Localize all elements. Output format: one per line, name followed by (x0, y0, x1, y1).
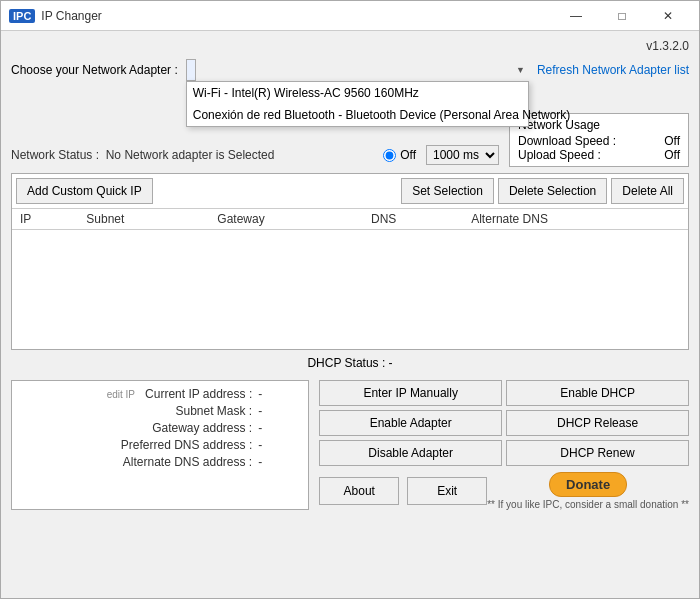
info-panel: edit IP Current IP address : - Subnet Ma… (11, 380, 309, 510)
adapter-select-wrapper: Wi-Fi - Intel(R) Wireless-AC 9560 160MHz… (186, 59, 529, 81)
top-row: v1.3.2.0 (11, 39, 689, 53)
ip-table: IP Subnet Gateway DNS Alternate DNS (12, 209, 688, 230)
action-panel: Enter IP Manually Enable DHCP Enable Ada… (319, 380, 689, 510)
donate-button[interactable]: Donate (549, 472, 627, 497)
title-bar: IPC IP Changer — □ ✕ (1, 1, 699, 31)
adapter-row: Choose your Network Adapter : Wi-Fi - In… (11, 59, 689, 81)
app-title: IP Changer (41, 9, 553, 23)
table-body-area: IP Subnet Gateway DNS Alternate DNS (12, 209, 688, 349)
bottom-section: edit IP Current IP address : - Subnet Ma… (11, 380, 689, 510)
action-row-1: Enter IP Manually Enable DHCP (319, 380, 689, 406)
enable-dhcp-button[interactable]: Enable DHCP (506, 380, 689, 406)
col-alt-dns: Alternate DNS (463, 209, 688, 230)
donate-note: ** If you like IPC, consider a small don… (487, 499, 689, 510)
alt-dns-row: Alternate DNS address : - (22, 455, 298, 469)
dhcp-release-button[interactable]: DHCP Release (506, 410, 689, 436)
dhcp-renew-button[interactable]: DHCP Renew (506, 440, 689, 466)
minimize-button[interactable]: — (553, 1, 599, 31)
gateway-label: Gateway address : (152, 421, 252, 435)
radio-group: Off (383, 148, 416, 162)
subnet-row: Subnet Mask : - (22, 404, 298, 418)
exit-button[interactable]: Exit (407, 477, 487, 505)
download-value: Off (664, 134, 680, 148)
dropdown-item-bluetooth[interactable]: Conexión de red Bluetooth - Bluetooth De… (187, 104, 528, 126)
subnet-label: Subnet Mask : (176, 404, 253, 418)
col-ip: IP (12, 209, 78, 230)
adapter-select[interactable] (186, 59, 196, 81)
upload-row: Upload Speed : Off (518, 148, 680, 162)
col-dns: DNS (363, 209, 463, 230)
adapter-label: Choose your Network Adapter : (11, 63, 178, 77)
refresh-link[interactable]: Refresh Network Adapter list (537, 63, 689, 77)
disable-adapter-button[interactable]: Disable Adapter (319, 440, 502, 466)
dhcp-status-label: DHCP Status : (307, 356, 385, 370)
set-selection-button[interactable]: Set Selection (401, 178, 494, 204)
network-status-value: No Network adapter is Selected (106, 148, 275, 162)
dropdown-item-wifi[interactable]: Wi-Fi - Intel(R) Wireless-AC 9560 160MHz (187, 82, 528, 104)
col-subnet: Subnet (78, 209, 209, 230)
col-gateway: Gateway (209, 209, 363, 230)
edit-ip-label: edit IP (107, 389, 135, 400)
upload-value: Off (664, 148, 680, 162)
close-button[interactable]: ✕ (645, 1, 691, 31)
current-ip-label: Current IP address : (145, 387, 252, 401)
pref-dns-value: - (258, 438, 298, 452)
pref-dns-label: Preferred DNS address : (121, 438, 252, 452)
alt-dns-value: - (258, 455, 298, 469)
window-controls: — □ ✕ (553, 1, 691, 31)
network-status: Network Status : No Network adapter is S… (11, 148, 373, 162)
content-area: v1.3.2.0 Choose your Network Adapter : W… (1, 31, 699, 598)
table-section: Add Custom Quick IP Set Selection Delete… (11, 173, 689, 350)
radio-off[interactable] (383, 149, 396, 162)
network-status-label: Network Status : (11, 148, 99, 162)
upload-label: Upload Speed : (518, 148, 601, 162)
enter-ip-manually-button[interactable]: Enter IP Manually (319, 380, 502, 406)
action-row-3: Disable Adapter DHCP Renew (319, 440, 689, 466)
download-row: Download Speed : Off (518, 134, 680, 148)
current-ip-row: edit IP Current IP address : - (22, 387, 298, 401)
enable-adapter-button[interactable]: Enable Adapter (319, 410, 502, 436)
action-row-2: Enable Adapter DHCP Release (319, 410, 689, 436)
download-label: Download Speed : (518, 134, 616, 148)
interval-select[interactable]: 1000 ms 500 ms 2000 ms (426, 145, 499, 165)
about-button[interactable]: About (319, 477, 399, 505)
middle-row: Network Status : No Network adapter is S… (11, 145, 499, 165)
radio-off-label: Off (400, 148, 416, 162)
gateway-row: Gateway address : - (22, 421, 298, 435)
delete-all-button[interactable]: Delete All (611, 178, 684, 204)
pref-dns-row: Preferred DNS address : - (22, 438, 298, 452)
about-exit-row: About Exit (319, 477, 487, 505)
table-toolbar: Add Custom Quick IP Set Selection Delete… (12, 174, 688, 209)
version-label: v1.3.2.0 (646, 39, 689, 53)
add-custom-quick-ip-button[interactable]: Add Custom Quick IP (16, 178, 153, 204)
app-icon: IPC (9, 9, 35, 23)
bottom-actions: About Exit Donate ** If you like IPC, co… (319, 472, 689, 510)
main-window: IPC IP Changer — □ ✕ v1.3.2.0 Choose you… (0, 0, 700, 599)
subnet-value: - (258, 404, 298, 418)
adapter-dropdown: Wi-Fi - Intel(R) Wireless-AC 9560 160MHz… (186, 81, 529, 127)
donate-section: Donate ** If you like IPC, consider a sm… (487, 472, 689, 510)
gateway-value: - (258, 421, 298, 435)
maximize-button[interactable]: □ (599, 1, 645, 31)
current-ip-value: - (258, 387, 298, 401)
alt-dns-label: Alternate DNS address : (123, 455, 252, 469)
dhcp-status-row: DHCP Status : - (11, 356, 689, 370)
delete-selection-button[interactable]: Delete Selection (498, 178, 607, 204)
dhcp-status-value: - (389, 356, 393, 370)
